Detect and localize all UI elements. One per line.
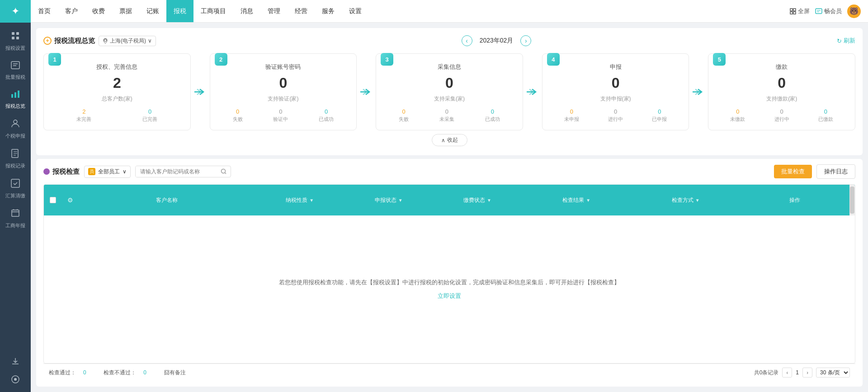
collapse-button[interactable]: ∧ 收起 xyxy=(432,134,467,146)
step-1-val-0: 2 xyxy=(82,108,85,115)
gear-icon: ⚙ xyxy=(67,196,73,204)
th-checkbox[interactable] xyxy=(44,192,62,208)
fullscreen-button[interactable]: 全屏 xyxy=(790,7,810,15)
step-3-card: 3 采集信息 0 支持采集(家) 0 失败 0 未采集 xyxy=(376,53,523,130)
collapse-row: ∧ 收起 xyxy=(43,134,855,146)
svg-rect-2 xyxy=(790,12,793,14)
sidebar-item-tax-settings[interactable]: 报税设置 xyxy=(0,26,31,56)
next-month-btn[interactable]: › xyxy=(520,35,531,46)
operation-log-button[interactable]: 操作日志 xyxy=(816,164,855,179)
nav-service[interactable]: 服务 xyxy=(315,0,342,22)
filter-report-icon[interactable]: ▼ xyxy=(398,198,403,203)
search-button[interactable] xyxy=(217,166,231,177)
step-2-label-0: 失败 xyxy=(233,116,243,123)
filter-tax-icon[interactable]: ▼ xyxy=(309,198,314,203)
filter-check-method-icon[interactable]: ▼ xyxy=(695,198,700,203)
member-label: 畅会员 xyxy=(824,7,842,15)
sidebar-bottom xyxy=(0,352,31,392)
step-1-stats: 2 未完善 0 已完善 xyxy=(51,108,183,123)
sidebar-item-annual-settlement[interactable]: 汇算清缴 xyxy=(0,174,31,204)
th-report-status: 申报状态 ▼ xyxy=(344,192,433,209)
step-4-label-2: 已申报 xyxy=(652,116,667,123)
step-3-sub: 支持采集(家) xyxy=(383,95,515,103)
nav-tax[interactable]: 报税 xyxy=(166,0,193,22)
step-1-card: 1 授权、完善信息 2 总客户数(家) 2 未完善 0 已完善 xyxy=(43,53,191,130)
th-check-method: 检查方式 ▼ xyxy=(631,192,741,209)
total-records: 共0条记录 xyxy=(754,369,779,377)
step-2-sub: 支持验证(家) xyxy=(217,95,349,103)
next-page-btn[interactable]: › xyxy=(802,368,812,378)
check-pass-val[interactable]: 0 xyxy=(83,369,86,376)
nav-invoice[interactable]: 票据 xyxy=(112,0,139,22)
step-3-stat-0: 0 失败 xyxy=(399,108,409,123)
nav-settings[interactable]: 设置 xyxy=(342,0,369,22)
svg-rect-1 xyxy=(793,9,796,11)
svg-rect-6 xyxy=(16,32,19,35)
step-4-title: 申报 xyxy=(550,63,682,71)
step-2-label-1: 验证中 xyxy=(273,116,288,123)
sidebar-item-tax-record[interactable]: 报税记录 xyxy=(0,144,31,174)
per-page-select[interactable]: 30 条/页 xyxy=(816,368,850,378)
prev-page-btn[interactable]: ‹ xyxy=(782,368,792,378)
step-3-label-0: 失败 xyxy=(399,116,409,123)
nav-fees[interactable]: 收费 xyxy=(85,0,112,22)
sidebar-item-annual-report[interactable]: 工商年报 xyxy=(0,204,31,234)
page-number: 1 xyxy=(796,369,799,376)
step-2-val-0: 0 xyxy=(236,108,239,115)
tax-settings-icon xyxy=(10,31,20,43)
overview-panel: + 报税流程总览 上海(电子税局) ∨ ‹ 2023年02月 › ↻ 刷新 xyxy=(36,28,863,155)
step-4-label-0: 未申报 xyxy=(564,116,579,123)
step-1-label-0: 未完善 xyxy=(76,116,91,123)
member-button[interactable]: 畅会员 xyxy=(815,7,842,15)
sidebar-location[interactable] xyxy=(0,370,31,388)
table-body: 若您想使用报税检查功能，请先在【报税设置】中进行报税的初始化设置，完成密码验证和… xyxy=(44,215,855,363)
nav-operate[interactable]: 经营 xyxy=(288,0,315,22)
svg-rect-12 xyxy=(18,91,19,98)
sidebar-label-overview: 报税总览 xyxy=(5,103,25,110)
th-check-result: 检查结果 ▼ xyxy=(522,192,631,209)
filter-check-result-icon[interactable]: ▼ xyxy=(586,198,590,203)
batch-check-button[interactable]: 批量检查 xyxy=(774,165,812,178)
svg-rect-8 xyxy=(16,37,19,39)
nav-message[interactable]: 消息 xyxy=(233,0,260,22)
step-2-title: 验证账号密码 xyxy=(217,63,349,71)
batch-tax-icon xyxy=(10,61,20,72)
scrollbar[interactable] xyxy=(849,185,855,215)
sidebar-item-batch-tax[interactable]: 批量报税 xyxy=(0,56,31,85)
step-3-stat-2: 0 已成功 xyxy=(485,108,500,123)
step-4-stats: 0 未申报 0 进行中 0 已申报 xyxy=(550,108,682,123)
step-4-stat-2: 0 已申报 xyxy=(652,108,667,123)
sidebar-label-batch-tax: 批量报税 xyxy=(5,74,25,81)
step-1-val-1: 0 xyxy=(148,108,151,115)
sidebar-item-individual-tax[interactable]: 个税申报 xyxy=(0,114,31,144)
location-badge[interactable]: 上海(电子税局) ∨ xyxy=(99,36,156,46)
nav-home[interactable]: 首页 xyxy=(31,0,58,22)
check-fail-val[interactable]: 0 xyxy=(143,369,146,376)
employee-selector[interactable]: 员 全部员工 ∨ xyxy=(84,166,131,178)
svg-rect-9 xyxy=(11,62,19,69)
main-layout: 报税设置 批量报税 报税总览 个税申报 报税记录 xyxy=(0,23,868,392)
step-5-stat-1: 0 进行中 xyxy=(774,108,789,123)
nav-accounting[interactable]: 记账 xyxy=(139,0,166,22)
th-gear[interactable]: ⚙ xyxy=(62,192,78,208)
sidebar-item-overview[interactable]: 报税总览 xyxy=(0,85,31,114)
search-input[interactable] xyxy=(136,166,217,177)
header-checkbox[interactable] xyxy=(50,197,56,203)
check-panel: 报税检查 员 全部员工 ∨ 批量检查 操作日志 xyxy=(36,159,863,387)
svg-point-18 xyxy=(14,378,17,381)
sidebar-download[interactable] xyxy=(0,352,31,370)
filter-payment-icon[interactable]: ▼ xyxy=(487,198,491,203)
step-4-val-0: 0 xyxy=(570,108,573,115)
sidebar: 报税设置 批量报税 报税总览 个税申报 报税记录 xyxy=(0,23,31,392)
overview-icon xyxy=(10,90,20,101)
nav-business[interactable]: 工商项目 xyxy=(193,0,233,22)
nav-client[interactable]: 客户 xyxy=(58,0,85,22)
refresh-button[interactable]: ↻ 刷新 xyxy=(837,37,855,45)
nav-manage[interactable]: 管理 xyxy=(260,0,288,22)
prev-month-btn[interactable]: ‹ xyxy=(462,35,472,46)
step-3-stats: 0 失败 0 未采集 0 已成功 xyxy=(383,108,515,123)
setup-link[interactable]: 立即设置 xyxy=(438,292,461,300)
logo-icon: ✦ xyxy=(11,5,19,17)
overview-title-icon: + xyxy=(43,37,52,45)
step-2-label-2: 已成功 xyxy=(319,116,334,123)
